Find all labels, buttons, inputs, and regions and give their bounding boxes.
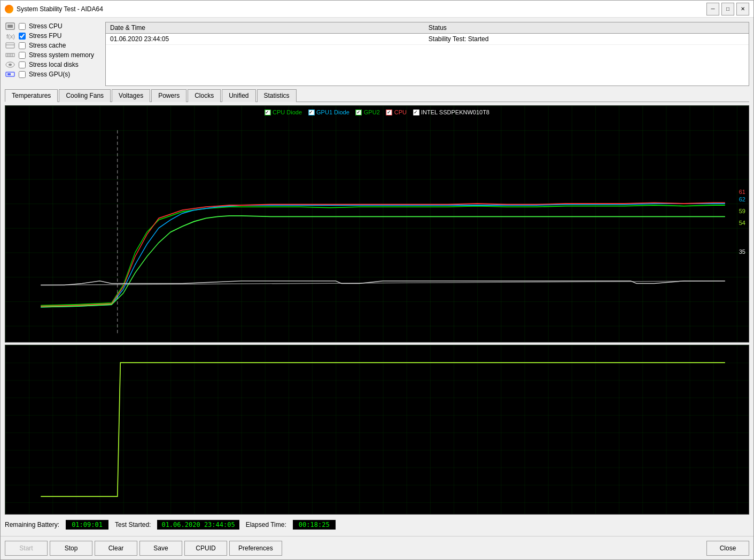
stress-cache-label: Stress cache (29, 42, 66, 49)
temp-right-values: 61 62 59 54 35 (739, 189, 745, 255)
cpu-chart-svg (5, 345, 749, 514)
stress-cpu-label: Stress CPU (29, 22, 63, 30)
cpuid-button[interactable]: CPUID (184, 541, 227, 556)
legend-cpu-diode-label: CPU Diode (273, 109, 302, 115)
log-cell-datetime: 01.06.2020 23:44:05 (106, 34, 424, 45)
stress-gpu-item: Stress GPU(s) (5, 70, 101, 79)
temp-chart-svg (5, 106, 749, 342)
stress-memory-item: Stress system memory (5, 51, 101, 59)
svg-text:f(x): f(x) (6, 33, 15, 40)
test-started-value: 01.06.2020 23:44:05 (157, 520, 239, 530)
maximize-button[interactable]: □ (721, 3, 734, 15)
bottom-bar: Start Stop Clear Save CPUID Preferences … (1, 536, 753, 559)
stress-memory-checkbox[interactable] (19, 52, 26, 59)
log-cell-status: Stability Test: Started (424, 34, 749, 45)
charts-container: CPU Diode GPU1 Diode GPU2 CPU (5, 105, 749, 515)
stress-gpu-label: Stress GPU(s) (29, 71, 70, 78)
svg-rect-15 (5, 106, 749, 342)
temp-val-54: 54 (739, 220, 745, 226)
tab-clocks[interactable]: Clocks (188, 89, 221, 102)
main-window: System Stability Test - AIDA64 ─ □ ✕ Str… (0, 0, 754, 560)
elapsed-time-label: Elapsed Time: (246, 521, 286, 528)
content-area: Stress CPU f(x) Stress FPU Stress cache (1, 18, 753, 536)
cpu-icon (5, 22, 15, 30)
temp-val-59: 59 (739, 208, 745, 214)
svg-rect-19 (5, 345, 749, 514)
start-button[interactable]: Start (5, 541, 48, 556)
legend-cpu-diode: CPU Diode (265, 109, 302, 115)
temperature-chart: CPU Diode GPU1 Diode GPU2 CPU (5, 105, 749, 343)
close-window-button[interactable]: ✕ (736, 3, 749, 15)
elapsed-time-value: 00:18:25 (293, 520, 336, 530)
temp-val-35: 35 (739, 248, 745, 255)
stress-fpu-label: Stress FPU (29, 32, 61, 40)
legend-cpu-label: CPU (394, 109, 407, 115)
window-title: System Stability Test - AIDA64 (17, 5, 706, 13)
title-bar-buttons: ─ □ ✕ (706, 3, 749, 15)
test-started-label: Test Started: (115, 521, 151, 528)
tab-cooling-fans[interactable]: Cooling Fans (59, 89, 111, 102)
clear-button[interactable]: Clear (95, 541, 137, 556)
legend-cpu-diode-check (265, 110, 270, 115)
title-bar: System Stability Test - AIDA64 ─ □ ✕ (1, 1, 753, 18)
stress-fpu-checkbox[interactable] (19, 33, 26, 40)
tabs-bar: Temperatures Cooling Fans Voltages Power… (5, 89, 749, 102)
legend-ssd-check (413, 110, 419, 115)
remaining-battery-label: Remaining Battery: (5, 521, 59, 528)
tab-powers[interactable]: Powers (151, 89, 186, 102)
legend-gpu1-label: GPU1 Diode (316, 109, 349, 115)
cache-icon (5, 41, 15, 50)
legend-gpu2-check (356, 110, 362, 115)
stress-cache-checkbox[interactable] (19, 42, 26, 49)
stress-memory-label: Stress system memory (29, 51, 94, 59)
top-section: Stress CPU f(x) Stress FPU Stress cache (5, 22, 749, 86)
minimize-button[interactable]: ─ (706, 3, 719, 15)
stress-cache-item: Stress cache (5, 41, 101, 50)
app-icon (5, 5, 13, 13)
save-button[interactable]: Save (139, 541, 182, 556)
tab-temperatures[interactable]: Temperatures (5, 89, 58, 102)
stress-cpu-checkbox[interactable] (19, 23, 26, 30)
legend-cpu: CPU (386, 109, 407, 115)
legend-gpu2: GPU2 (356, 109, 380, 115)
status-bar: Remaining Battery: 01:09:01 Test Started… (5, 518, 749, 532)
svg-point-11 (9, 64, 12, 66)
close-button[interactable]: Close (706, 541, 749, 556)
svg-rect-13 (7, 73, 11, 75)
gpu-icon (5, 70, 15, 79)
tab-voltages[interactable]: Voltages (112, 89, 150, 102)
tab-unified[interactable]: Unified (222, 89, 255, 102)
legend-gpu2-label: GPU2 (364, 109, 380, 115)
stop-button[interactable]: Stop (50, 541, 92, 556)
stress-options-panel: Stress CPU f(x) Stress FPU Stress cache (5, 22, 101, 86)
stress-cpu-item: Stress CPU (5, 22, 101, 30)
preferences-button[interactable]: Preferences (229, 541, 282, 556)
temp-val-61: 61 (739, 189, 745, 195)
stress-disks-checkbox[interactable] (19, 61, 26, 68)
log-col-datetime: Date & Time (106, 22, 424, 34)
temp-chart-legend: CPU Diode GPU1 Diode GPU2 CPU (265, 109, 489, 115)
stress-fpu-item: f(x) Stress FPU (5, 32, 101, 40)
tabs-section: Temperatures Cooling Fans Voltages Power… (5, 89, 749, 102)
svg-rect-1 (7, 25, 13, 28)
legend-gpu1-check (308, 110, 314, 115)
memory-icon (5, 51, 15, 59)
legend-cpu-check (386, 110, 392, 115)
cpu-usage-chart: CPU Usage 100% 0% 100% (5, 345, 749, 515)
log-col-status: Status (424, 22, 749, 34)
fpu-icon: f(x) (5, 32, 15, 40)
stress-gpu-checkbox[interactable] (19, 71, 26, 78)
stress-disks-label: Stress local disks (29, 61, 79, 68)
legend-ssd-label: INTEL SSDPEKNW010T8 (421, 109, 489, 115)
temp-val-62: 62 (739, 196, 745, 203)
stress-disks-item: Stress local disks (5, 60, 101, 69)
log-row: 01.06.2020 23:44:05 Stability Test: Star… (106, 34, 749, 45)
svg-rect-5 (6, 53, 14, 57)
tab-statistics[interactable]: Statistics (257, 89, 297, 102)
legend-intel-ssd: INTEL SSDPEKNW010T8 (413, 109, 489, 115)
disk-icon (5, 60, 15, 69)
legend-gpu1-diode: GPU1 Diode (308, 109, 349, 115)
remaining-battery-value: 01:09:01 (66, 520, 108, 530)
svg-rect-3 (6, 43, 14, 48)
log-table: Date & Time Status 01.06.2020 23:44:05 S… (105, 22, 749, 86)
